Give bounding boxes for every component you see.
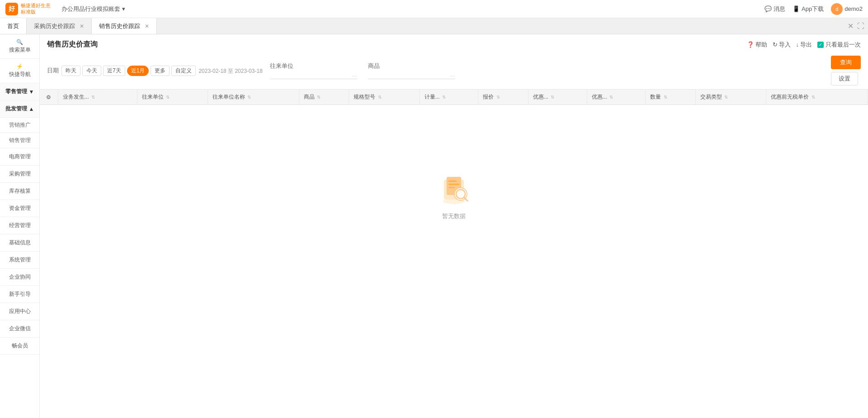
sort-icon-partner-name: ⇅ (247, 95, 251, 100)
tab-bar: 首页 采购历史价跟踪 ✕ 销售历史价跟踪 ✕ ✕ ⛶ (0, 18, 868, 34)
home-tab-label: 首页 (7, 22, 19, 30)
top-bar-right: 💬 消息 📱 App下载 d demo2 (764, 3, 863, 15)
sidebar-item-app-center[interactable]: 应用中心 (0, 303, 39, 320)
empty-icon (436, 171, 472, 207)
close-sales-history-tab[interactable]: ✕ (145, 23, 149, 29)
gear-icon[interactable]: ⚙ (46, 94, 51, 100)
help-btn[interactable]: ❓ 帮助 (747, 41, 767, 49)
sidebar-item-ecommerce-mgmt[interactable]: 电商管理 (0, 148, 39, 166)
sort-icon-discount2: ⇅ (609, 95, 613, 100)
logo-area: 好 畅捷通好生意 标准版 (5, 3, 51, 15)
svg-rect-5 (448, 187, 455, 188)
sidebar-item-marketing[interactable]: 营销推广 (0, 118, 39, 133)
empty-state: 暂无数据 (40, 105, 868, 286)
date-filter-group: 日期 昨天 今天 近7天 近1月 更多 自定义 2023-02-18 至 202… (47, 66, 263, 76)
table-header-transaction-type[interactable]: 交易类型 ⇅ (696, 90, 766, 105)
table-header-product[interactable]: 商品 ⇅ (299, 90, 349, 105)
content-area: 销售历史价查询 ❓ 帮助 ↻ 导入 ↓ 导出 ✓ (40, 34, 868, 418)
sidebar-item-system-mgmt[interactable]: 系统管理 (0, 252, 39, 269)
sort-icon-no-tax-price: ⇅ (811, 95, 815, 100)
close-purchase-history-tab[interactable]: ✕ (80, 23, 84, 29)
page-header: 销售历史价查询 ❓ 帮助 ↻ 导入 ↓ 导出 ✓ (40, 34, 868, 90)
date-btn-1month[interactable]: 近1月 (127, 66, 149, 76)
date-btn-today[interactable]: 今天 (82, 66, 101, 76)
main-layout: 🔍 搜索菜单 ⚡ 快捷导航 零售管理 ▼ 批发管理 ▲ 营销推广 销售管理 电商… (0, 34, 868, 418)
logo-text: 畅捷通好生意 标准版 (21, 3, 51, 14)
sidebar-item-operations-mgmt[interactable]: 经营管理 (0, 217, 39, 234)
svg-rect-3 (448, 180, 457, 182)
import-icon: ↻ (773, 41, 778, 48)
page-title: 销售历史价查询 (47, 40, 98, 49)
date-buttons: 昨天 今天 近7天 近1月 更多 自定义 (61, 66, 196, 76)
only-last-checkbox-label[interactable]: ✓ 只看最后一次 (817, 41, 861, 49)
tab-sales-history[interactable]: 销售历史价跟踪 ✕ (92, 18, 157, 34)
user-area[interactable]: d demo2 (831, 3, 863, 15)
table-header-discount2[interactable]: 优惠... ⇅ (587, 90, 646, 105)
sort-icon-transaction-type: ⇅ (724, 95, 728, 100)
date-btn-more[interactable]: 更多 (151, 66, 170, 76)
table-header-partner-code[interactable]: 往来单位 ⇅ (137, 90, 208, 105)
sidebar-item-enterprise-collab[interactable]: 企业协同 (0, 269, 39, 286)
sidebar-item-inventory[interactable]: 库存核算 (0, 183, 39, 200)
sidebar: 🔍 搜索菜单 ⚡ 快捷导航 零售管理 ▼ 批发管理 ▲ 营销推广 销售管理 电商… (0, 34, 40, 418)
sort-icon-business-date: ⇅ (91, 95, 95, 100)
table-header-row: ⚙ 业务发生... ⇅ 往来单位 ⇅ 往来单位名称 ⇅ (40, 90, 868, 105)
product-filter-group: 商品 ... (368, 62, 455, 79)
tab-home[interactable]: 首页 (0, 18, 27, 34)
app-download-btn[interactable]: 📱 App下载 (793, 5, 824, 13)
table-header-settings[interactable]: ⚙ (40, 90, 58, 105)
product-dots[interactable]: ... (450, 71, 455, 78)
table-header-no-tax-price[interactable]: 优惠前无税单价 ⇅ (766, 90, 868, 105)
tab-bar-actions: ✕ ⛶ (844, 18, 868, 34)
sort-icon-spec: ⇅ (378, 95, 382, 100)
table-header-spec[interactable]: 规格型号 ⇅ (349, 90, 420, 105)
table-header-unit[interactable]: 计量... ⇅ (420, 90, 478, 105)
filter-row: 日期 昨天 今天 近7天 近1月 更多 自定义 2023-02-18 至 202… (47, 54, 861, 86)
app-selector[interactable]: 办公用品行业模拟账套 ▾ (61, 5, 125, 13)
search-icon: 🔍 (16, 39, 23, 45)
settings-button[interactable]: 设置 (831, 72, 858, 86)
partner-filter-label: 往来单位 (270, 62, 357, 70)
export-btn[interactable]: ↓ 导出 (796, 41, 812, 49)
table-header-partner-name[interactable]: 往来单位名称 ⇅ (208, 90, 299, 105)
tab-purchase-history[interactable]: 采购历史价跟踪 ✕ (27, 18, 92, 34)
sidebar-item-new-user-guide[interactable]: 新手引导 (0, 286, 39, 303)
sort-icon-quantity: ⇅ (664, 95, 667, 100)
sort-icon-discount1: ⇅ (551, 95, 554, 100)
import-btn[interactable]: ↻ 导入 (773, 41, 791, 49)
product-filter-label: 商品 (368, 62, 455, 70)
table-header-discount1[interactable]: 优惠... ⇅ (528, 90, 587, 105)
query-button[interactable]: 查询 (831, 56, 861, 69)
sidebar-item-search-menu[interactable]: 🔍 搜索菜单 (0, 34, 39, 59)
table-area: ⚙ 业务发生... ⇅ 往来单位 ⇅ 往来单位名称 ⇅ (40, 90, 868, 418)
partner-dots[interactable]: ... (352, 71, 357, 78)
partner-input[interactable] (270, 70, 351, 79)
date-btn-custom[interactable]: 自定义 (171, 66, 196, 76)
product-input[interactable] (368, 70, 449, 79)
sidebar-item-quick-nav[interactable]: ⚡ 快捷导航 (0, 59, 39, 83)
date-btn-yesterday[interactable]: 昨天 (61, 66, 80, 76)
sidebar-item-basic-info[interactable]: 基础信息 (0, 234, 39, 252)
sidebar-item-purchase-mgmt[interactable]: 采购管理 (0, 166, 39, 183)
date-btn-7days[interactable]: 近7天 (103, 66, 125, 76)
sidebar-item-retail-mgmt[interactable]: 零售管理 ▼ (0, 83, 39, 100)
sales-history-tab-label: 销售历史价跟踪 (99, 22, 140, 30)
page-actions: ❓ 帮助 ↻ 导入 ↓ 导出 ✓ 只看最后一次 (747, 41, 861, 49)
sort-icon-product: ⇅ (317, 95, 321, 100)
table-header-quantity[interactable]: 数量 ⇅ (646, 90, 696, 105)
sidebar-item-wholesale-mgmt[interactable]: 批发管理 ▲ (0, 100, 39, 118)
sidebar-item-sales-mgmt[interactable]: 销售管理 (0, 133, 39, 148)
date-filter-label: 日期 (47, 66, 59, 75)
filter-right: 查询 设置 (831, 56, 861, 86)
sidebar-item-enterprise-wechat[interactable]: 企业微信 (0, 320, 39, 337)
message-btn[interactable]: 💬 消息 (764, 5, 785, 13)
sidebar-item-member[interactable]: 畅会员 (0, 337, 39, 355)
table-header-business-date[interactable]: 业务发生... ⇅ (58, 90, 137, 105)
table-header-quote[interactable]: 报价 ⇅ (478, 90, 528, 105)
sidebar-item-finance-mgmt[interactable]: 资金管理 (0, 200, 39, 217)
maximize-btn[interactable]: ⛶ (857, 22, 864, 30)
partner-filter-group: 往来单位 ... (270, 62, 357, 79)
only-last-checkbox[interactable]: ✓ (817, 42, 824, 48)
svg-rect-4 (448, 184, 459, 185)
close-all-tabs-btn[interactable]: ✕ (848, 22, 854, 30)
